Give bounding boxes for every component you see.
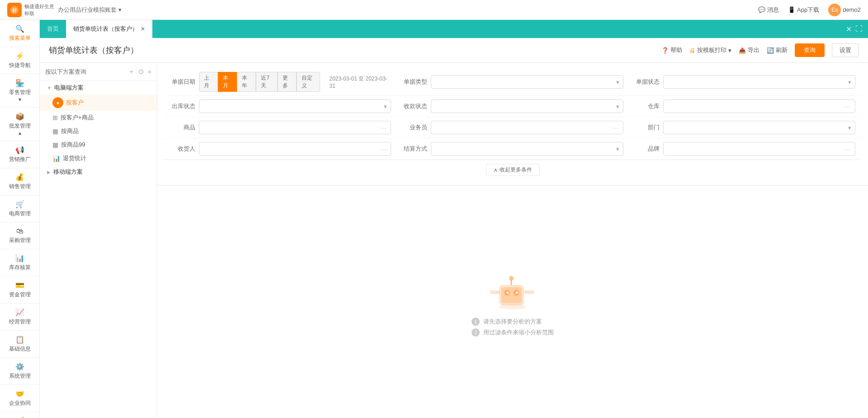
salesman-input[interactable]: ··· — [431, 121, 623, 134]
tab-minimize-btn[interactable]: ✕ — [846, 25, 852, 33]
sidebar-item-quicknav[interactable]: ⚡ 快捷导航 — [0, 47, 39, 74]
enterprise-icon: 🤝 — [15, 390, 24, 398]
tip-num-1: 1 — [472, 318, 480, 326]
brand-input[interactable]: ··· — [663, 142, 855, 156]
left-panel: 按以下方案查询 ＋ ⊙ « ▼ 电脑端方案 ● — [40, 63, 157, 418]
message-icon: 💬 — [758, 6, 765, 13]
tab-home[interactable]: 首页 — [40, 20, 66, 38]
order-type-select[interactable]: ▾ — [431, 75, 623, 89]
date-tab-thisyear[interactable]: 本年 — [237, 72, 256, 92]
sidebar-item-finance[interactable]: 💳 资金管理 — [0, 276, 39, 304]
product-input[interactable]: ··· — [199, 121, 391, 134]
sidebar-item-basic[interactable]: 📋 基础信息 — [0, 331, 39, 358]
panel-header-icons: ＋ ⊙ « — [128, 67, 151, 76]
print-btn[interactable]: 🖨 按模板打印 ▾ — [689, 46, 731, 54]
sidebar-item-enterprise[interactable]: 🤝 企业协同 — [0, 385, 39, 412]
finance-icon: 💳 — [15, 281, 24, 290]
sidebar-item-operations[interactable]: 📈 经营管理 — [0, 304, 39, 331]
sidebar-item-newbie[interactable]: 🌱 新手引导 — [0, 412, 39, 418]
sidebar-item-system[interactable]: ⚙️ 系统管理 — [0, 358, 39, 385]
help-btn[interactable]: ❓ 帮助 — [661, 46, 682, 54]
date-tab-more[interactable]: 更多 — [278, 72, 297, 92]
messages-btn[interactable]: 💬 消息 — [758, 6, 779, 14]
logo-area: 好 畅捷通好生意 标版 — [7, 3, 54, 17]
date-tab-lastmonth[interactable]: 上月 — [199, 72, 218, 92]
system-icon: ⚙️ — [15, 362, 24, 371]
payment-select[interactable]: ▾ — [431, 100, 623, 113]
refresh-btn[interactable]: 🔄 刷新 — [767, 46, 788, 54]
search-icon: 🔍 — [15, 24, 24, 33]
panel-settings-icon[interactable]: ⊙ — [138, 67, 144, 76]
filter-cell-payment-method: 结算方式 ▾ — [396, 138, 628, 160]
page-header-actions: ❓ 帮助 🖨 按模板打印 ▾ 📤 导出 🔄 刷新 查询 设置 — [661, 43, 859, 62]
filter-cell-delivery: 出库状态 ▾ — [165, 96, 396, 117]
sidebar-item-wholesale[interactable]: 📦 批发管理 ▴ — [0, 108, 39, 141]
warehouse-input[interactable]: ··· — [663, 100, 855, 113]
order-type-arrow-icon: ▾ — [616, 79, 619, 86]
payment-method-select[interactable]: ▾ — [431, 142, 623, 156]
date-tab-thismonth[interactable]: 本月 — [218, 72, 237, 92]
empty-tip-2: 2 用过滤条件来缩小分析范围 — [472, 328, 554, 337]
query-button[interactable]: 查询 — [795, 43, 825, 57]
svg-point-8 — [515, 291, 518, 294]
svg-rect-12 — [524, 290, 534, 294]
date-tab-last7[interactable]: 近7天 — [256, 72, 278, 92]
tab-close-btn[interactable]: ✕ — [141, 26, 145, 32]
sidebar-item-sales[interactable]: 💰 销售管理 — [0, 168, 39, 195]
empty-state: 1 请先选择要分析的方案 2 用过滤条件来缩小分析范围 — [157, 185, 868, 418]
sidebar-item-ecommerce[interactable]: 🛒 电商管理 — [0, 195, 39, 223]
sidebar-item-purchase[interactable]: 🛍 采购管理 — [0, 223, 39, 249]
tree-group-mobile[interactable]: ▶ 移动端方案 — [40, 165, 157, 179]
tab-maximize-btn[interactable]: ⛶ — [855, 25, 863, 33]
tree-item-by-product99[interactable]: ▦ 按商品99 — [40, 138, 157, 152]
warehouse-dots-icon: ··· — [844, 103, 851, 110]
filter-cell-order-type: 单据类型 ▾ — [396, 68, 628, 96]
delivery-select[interactable]: ▾ — [199, 100, 391, 113]
tree-group-desktop[interactable]: ▼ 电脑端方案 — [40, 81, 157, 95]
body-split: 按以下方案查询 ＋ ⊙ « ▼ 电脑端方案 ● — [40, 63, 868, 418]
logo-text: 畅捷通好生意 标版 — [24, 3, 54, 16]
breadcrumb-arrow: ▾ — [118, 6, 122, 13]
empty-tip-1: 1 请先选择要分析的方案 — [472, 318, 554, 326]
filter-cell-brand: 品牌 ··· — [629, 138, 861, 160]
settings-button[interactable]: 设置 — [832, 43, 859, 57]
app-download-btn[interactable]: 📱 App下载 — [788, 6, 819, 14]
collapse-button[interactable]: ∧ 收起更多条件 — [486, 164, 540, 176]
tree-item-by-customer-product[interactable]: ⊞ 按客户+商品 — [40, 111, 157, 124]
export-btn[interactable]: 📤 导出 — [739, 46, 760, 54]
refresh-icon: 🔄 — [767, 47, 774, 54]
svg-point-7 — [506, 291, 509, 294]
tab-sales-report[interactable]: 销货单统计表（按客户） ✕ — [66, 20, 152, 38]
filter-cell-department: 部门 ▾ — [629, 117, 861, 138]
tabs-bar: 首页 销货单统计表（按客户） ✕ ✕ ⛶ — [40, 20, 868, 38]
sidebar: 🔍 搜索菜单 ⚡ 快捷导航 🏪 零售管理 ▾ 📦 批发管理 ▴ 📢 营销推广 💰… — [0, 20, 40, 418]
filter-cell-receiver: 收货人 ··· — [165, 138, 396, 160]
print-arrow-icon: ▾ — [728, 47, 731, 54]
sidebar-item-marketing[interactable]: 📢 营销推广 — [0, 141, 39, 168]
top-header: 好 畅捷通好生意 标版 办公用品行业模拟账套 ▾ 💬 消息 📱 App下载 Ea… — [0, 0, 868, 20]
order-status-select[interactable]: ▾ — [663, 75, 855, 89]
filter-cell-product: 商品 ··· — [165, 117, 396, 138]
download-icon: 📱 — [788, 6, 795, 13]
department-select[interactable]: ▾ — [663, 121, 855, 134]
date-tabs: 上月 本月 本年 近7天 更多 自定义 — [199, 72, 320, 92]
sidebar-item-search[interactable]: 🔍 搜索菜单 — [0, 20, 39, 47]
panel-collapse-icon[interactable]: « — [148, 67, 151, 76]
panel-add-icon[interactable]: ＋ — [128, 67, 135, 76]
receiver-dots-icon: ··· — [379, 146, 387, 152]
tree-item-return-stats[interactable]: 📊 退货统计 — [40, 152, 157, 165]
filter-row-2: 出库状态 ▾ 收款状态 ▾ — [165, 96, 861, 117]
date-tab-custom[interactable]: 自定义 — [297, 72, 320, 92]
sidebar-item-inventory[interactable]: 📊 库存核算 — [0, 249, 39, 276]
breadcrumb[interactable]: 办公用品行业模拟账套 ▾ — [58, 6, 122, 14]
marketing-icon: 📢 — [15, 146, 24, 154]
svg-rect-11 — [490, 290, 500, 294]
sidebar-item-retail[interactable]: 🏪 零售管理 ▾ — [0, 74, 39, 108]
tree-icon-product99: ▦ — [52, 141, 58, 148]
user-area[interactable]: Ea demo2 — [828, 4, 861, 16]
tree-item-by-product[interactable]: ▦ 按商品 — [40, 124, 157, 138]
tree-item-by-customer[interactable]: ● 按客户 — [40, 95, 157, 111]
tree-expand-icon: ▼ — [47, 86, 52, 90]
basic-icon: 📋 — [15, 335, 24, 344]
receiver-input[interactable]: ··· — [199, 142, 391, 156]
